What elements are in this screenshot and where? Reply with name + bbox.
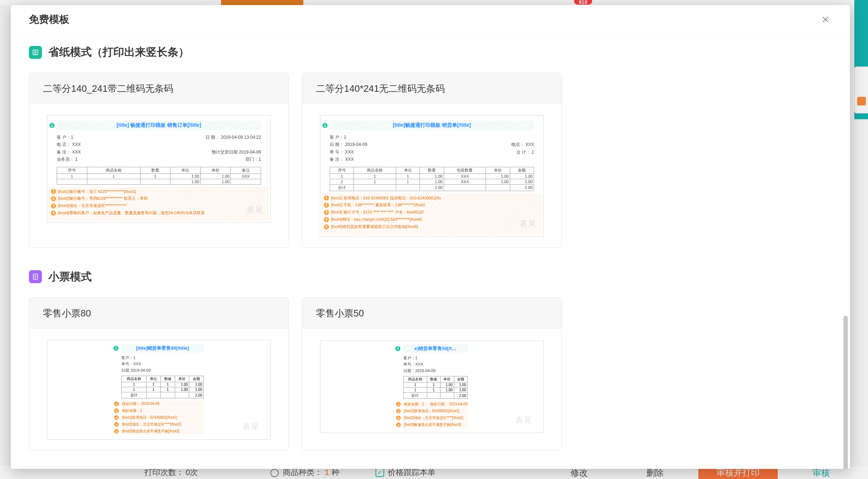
card-title: 二等分140_241带二维码无条码 [29, 73, 288, 104]
preview-table: 序号商品名称数量单位单价备注 1111.001.00XXX 1.001.00 [57, 167, 261, 185]
close-button[interactable] [819, 13, 832, 26]
card-preview: 1e]销货单零售50[/t… 客户：1 单号：XXX 日期：2019-04-09… [302, 329, 561, 445]
preview-title: 1[title]畅捷通打印模板 销货单[/title] [330, 121, 534, 130]
card-row: 零售小票80 1[title]销货单零售80[/title] 客户：1 单号：X… [29, 297, 832, 451]
template-card-140-241-qr[interactable]: 二等分140_241带二维码无条码 1[title] 畅捷通打印模板 销售订单[… [29, 73, 289, 248]
list-icon [29, 46, 42, 59]
section-papersave: 省纸模式（打印出来竖长条） 二等分140_241带二维码无条码 1[title]… [29, 45, 832, 248]
watermark: 表尾 [515, 415, 533, 426]
preview-title: 1[title] 畅捷通打印模板 销售订单[/title] [57, 121, 261, 130]
receipt-icon [29, 270, 42, 283]
template-modal: 免费模板 省纸模式（打印出来竖长条） 二等分140_241带二维码无条码 1[t… [11, 5, 850, 469]
preview-meta: 客户：1 单号：XXX 日期 2019-04-09 [112, 355, 206, 375]
card-title: 零售小票50 [302, 298, 561, 329]
receipt-preview: 1[title]销货单零售80[/title] 客户：1 单号：XXX 日期 2… [112, 340, 206, 440]
card-preview: 1[title]销货单零售80[/title] 客户：1 单号：XXX 日期 2… [29, 329, 288, 451]
card-preview: 1[title] 畅捷通打印模板 销售订单[/title] 客 户：1日 期： … [29, 104, 288, 234]
preview-title: 1e]销货单零售50[/t… [403, 344, 468, 353]
preview-meta: 客 户：1 日 期： 2019-04-09电话： XXX 单 号： XXX合 计… [320, 134, 543, 165]
scrollbar-thumb[interactable] [843, 316, 848, 469]
section-heading: 省纸模式（打印出来竖长条） [29, 45, 832, 60]
receipt-preview: 1e]销货单零售50[/t… 客户：1 单号：XXX 日期：2019-04-09… [394, 341, 470, 433]
preview-footer: 1[foot1]银行账号：张三 6225***********[/foot1] … [49, 187, 269, 221]
section-title: 省纸模式（打印出来竖长条） [48, 45, 189, 60]
template-card-receipt-80[interactable]: 零售小票80 1[title]销货单零售80[/title] 客户：1 单号：X… [29, 297, 289, 451]
preview-footer: 1[foot1] 咨询电话：010-62430001 投诉电话：010-6243… [322, 193, 542, 235]
preview-table: 商品名称数量单价金额 111.001.00 111.001.00 合计:2.00 [403, 376, 468, 399]
preview-title: 1[title]销货单零售80[/title] [121, 344, 204, 353]
modal-body: 省纸模式（打印出来竖长条） 二等分140_241带二维码无条码 1[title]… [11, 34, 850, 469]
watermark: 表尾 [247, 204, 264, 215]
template-card-140-241-noqr[interactable]: 二等分140*241无二维码无条码 1[title]畅捷通打印模板 销货单[/t… [302, 73, 562, 248]
close-icon [821, 15, 830, 24]
preview-footer: 1收款日期： 2019-04-09 2收款金额：1 3[foot1]联系电话：6… [112, 400, 206, 436]
preview-footer: 1收款金额：1收款日期： 2019-04-09 2[foot1]联系电话：624… [394, 400, 470, 430]
preview-table: 商品名称单位数量单价金额 1111.001.00 1111.001.00 合计2… [121, 376, 204, 398]
section-heading: 小票模式 [29, 269, 832, 284]
watermark: 表尾 [242, 421, 260, 432]
invoice-preview: 1[title] 畅捷通打印模板 销售订单[/title] 客 户：1日 期： … [47, 115, 271, 223]
receipt-preview-wrap: 1e]销货单零售50[/t… 客户：1 单号：XXX 日期：2019-04-09… [320, 340, 544, 433]
preview-meta: 客户：1 单号：XXX 日期：2019-04-09 [394, 355, 470, 376]
card-preview: 1[title]畅捷通打印模板 销货单[/title] 客 户：1 日 期： 2… [302, 104, 561, 247]
template-card-receipt-50[interactable]: 零售小票50 1e]销货单零售50[/t… 客户：1 单号：XXX 日期：201… [302, 297, 562, 451]
card-title: 零售小票80 [29, 298, 288, 329]
card-title: 二等分140*241无二维码无条码 [302, 73, 561, 104]
modal-title: 免费模板 [29, 13, 69, 26]
section-title: 小票模式 [48, 269, 92, 284]
preview-meta: 客 户：1日 期： 2019-04-09 13:04:22 电 话： XXX 备… [47, 134, 270, 165]
card-row: 二等分140_241带二维码无条码 1[title] 畅捷通打印模板 销售订单[… [29, 73, 832, 248]
watermark: 表尾 [520, 218, 537, 229]
preview-table: 序号商品名称单位数量包装数量单价金额 1111.00XXX1.001.00 21… [330, 167, 534, 191]
modal-header: 免费模板 [11, 5, 850, 34]
section-receipt: 小票模式 零售小票80 1[title]销货单零售80[/title] 客户：1… [29, 269, 832, 451]
invoice-preview: 1[title]畅捷通打印模板 销货单[/title] 客 户：1 日 期： 2… [320, 115, 544, 237]
receipt-preview-wrap: 1[title]销货单零售80[/title] 客户：1 单号：XXX 日期 2… [47, 340, 271, 440]
